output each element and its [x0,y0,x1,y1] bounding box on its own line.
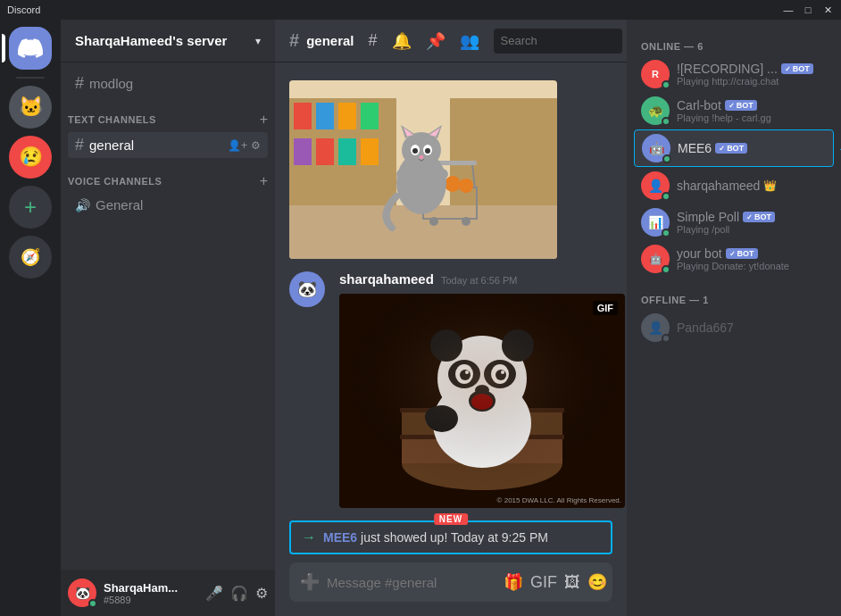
svg-point-17 [462,217,470,226]
member-avatar-mee6: 🤖 [642,134,670,162]
restore-button[interactable]: □ [802,4,814,16]
svg-point-20 [459,179,473,193]
search-input[interactable] [501,34,628,47]
new-badge: NEW [434,513,468,525]
settings-icon[interactable]: ⚙ [251,139,261,152]
channel-name-general: general [89,137,228,153]
mute-button[interactable]: 🎤 [205,585,223,602]
online-category: ONLINE — 6 [634,34,834,55]
svg-rect-7 [361,103,379,129]
channel-header-name: # general [289,30,354,51]
svg-rect-6 [338,103,356,129]
server-icon-2[interactable]: 🐱 [9,86,52,129]
add-server-button[interactable]: + [9,186,52,229]
gift-icon[interactable]: 🎁 [504,572,523,592]
add-attachment-icon[interactable]: ➕ [300,572,320,592]
add-channel-icon[interactable]: + [260,112,268,128]
bell-icon[interactable]: 🔔 [392,31,412,51]
status-indicator [662,154,671,163]
member-item-simplepoll[interactable]: 📊 Simple Poll BOT Playing /poll [634,204,834,240]
member-item-mee6[interactable]: 🤖 MEE6 BOT ← [634,129,834,167]
emoji-icon[interactable]: 😊 [587,572,607,592]
bot-badge: BOT [726,248,758,259]
active-indicator [2,34,5,62]
bot-badge: BOT [781,63,813,74]
svg-rect-5 [316,103,334,129]
explore-servers-button[interactable]: 🧭 [9,236,52,279]
member-avatar-panda667: 👤 [641,313,670,342]
message-content: sharqahameed Today at 6:56 PM [339,271,625,512]
members-icon[interactable]: 👥 [460,31,479,51]
status-dot [88,599,97,608]
channel-item-modlog[interactable]: # modlog [68,71,268,96]
message-header: sharqahameed Today at 6:56 PM [339,271,625,287]
bot-badge: BOT [725,100,757,111]
status-indicator [662,192,670,201]
message-input[interactable] [327,564,496,601]
panda-gif-svg [339,294,625,508]
mee6-name: MEE6 [323,530,357,545]
minimize-button[interactable]: — [782,4,795,16]
cat-image-svg [289,80,557,259]
member-name: MEE6 [678,141,712,155]
search-bar[interactable]: 🔍 [494,29,622,54]
add-voice-channel-icon[interactable]: + [260,173,268,189]
hash-icon: # [289,30,299,51]
gif-badge: GIF [593,301,618,315]
member-avatar-yourbot: 🤖 [641,245,670,273]
category-header-text[interactable]: TEXT CHANNELS + [68,112,268,128]
member-item-carlbot[interactable]: 🐢 Carl-bot BOT Playing !help - carl.gg [634,93,834,129]
close-button[interactable]: ✕ [821,4,834,16]
member-activity: Playing !help - carl.gg [677,112,827,123]
sticker-icon[interactable]: 🖼 [564,573,580,592]
gif-button[interactable]: GIF [530,573,557,592]
members-sidebar: ONLINE — 6 R ![RECORDING] ... BOT Playin… [627,20,841,616]
svg-point-32 [396,168,414,180]
svg-rect-4 [294,103,312,129]
text-channels-category: TEXT CHANNELS + [61,97,275,131]
arrow-icon: → [302,529,316,545]
user-discriminator: #5889 [104,595,198,605]
pin-icon[interactable]: 📌 [426,31,445,51]
server-name: SharqaHameed's server [75,33,227,48]
mee6-notification: NEW → MEE6 just showed up! Today at 9:25… [289,520,612,554]
member-name-wrap: Panda667 [677,320,827,336]
hash-icon: # [75,136,84,154]
gif-container: GIF © 2015 DWA LLC. All Rights Reserved. [339,294,625,508]
member-item-sharqahameed[interactable]: 👤 sharqahameed 👑 [634,168,834,204]
member-item-panda667[interactable]: 👤 Panda667 [634,310,834,345]
message-input-box: ➕ 🎁 GIF 🖼 😊 [289,562,612,602]
mee6-action: just showed up! Today at 9:25 PM [361,530,548,545]
server-header[interactable]: SharqaHameed's server ▾ [61,20,275,62]
username: SharqaHam... [104,581,198,595]
status-indicator [662,117,670,126]
add-member-icon[interactable]: 👤+ [228,139,247,152]
deafen-button[interactable]: 🎧 [230,585,248,602]
voice-channels-category: VOICE CHANNELS + [61,159,275,193]
channel-sidebar: SharqaHameed's server ▾ # modlog TEXT CH… [61,20,275,616]
settings-button[interactable]: ⚙ [255,585,268,602]
member-avatar-carlbot: 🐢 [641,96,670,125]
server-icon-main[interactable] [9,27,52,70]
crown-icon: 👑 [763,179,777,192]
hashtag-icon[interactable]: # [368,31,377,50]
svg-rect-9 [316,138,334,165]
member-name: Carl-bot [677,98,721,112]
channel-item-general[interactable]: # general 👤+ ⚙ [68,132,268,158]
voice-channels-label: VOICE CHANNELS [68,176,162,187]
category-header-voice[interactable]: VOICE CHANNELS + [68,173,268,189]
voice-channel-general[interactable]: 🔊 General [68,194,268,216]
member-avatar-sharqahameed: 👤 [641,171,670,200]
member-name: Panda667 [677,320,734,335]
main-content: # general # 🔔 📌 👥 🔍 📥 ❓ [275,20,627,616]
member-item-recording[interactable]: R ![RECORDING] ... BOT Playing http://cr… [634,56,834,92]
member-item-yourbot[interactable]: 🤖 your bot BOT Playing Donate: yt!donate [634,241,834,277]
user-avatar: 🐼 [68,579,96,607]
member-avatar-simplepoll: 📊 [641,208,670,237]
speaker-icon: 🔊 [75,198,90,212]
server-icon-3[interactable]: 😢 [9,136,52,179]
message-author[interactable]: sharqahameed [339,271,434,287]
cat-image-section [275,77,627,262]
member-name-wrap: MEE6 BOT [678,141,826,155]
status-indicator [662,265,670,274]
